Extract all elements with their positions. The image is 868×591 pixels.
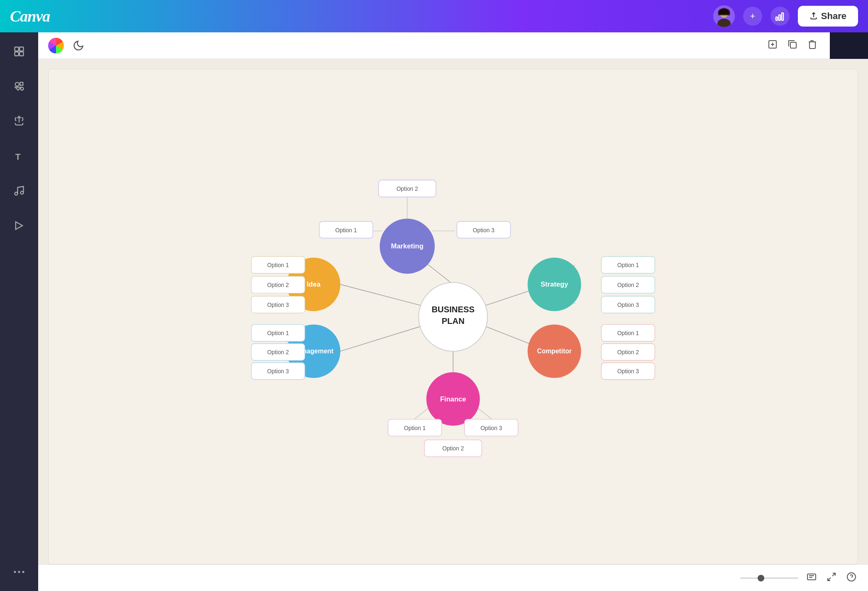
svg-text:Option 2: Option 2 bbox=[267, 282, 289, 288]
svg-text:Option 1: Option 1 bbox=[404, 424, 426, 431]
share-button[interactable]: Share bbox=[798, 6, 858, 27]
add-page-button[interactable] bbox=[765, 37, 780, 54]
fit-screen-button[interactable] bbox=[805, 570, 818, 586]
sidebar-item-elements[interactable] bbox=[8, 75, 30, 97]
svg-rect-9 bbox=[15, 52, 19, 56]
svg-point-12 bbox=[21, 87, 24, 90]
sidebar-item-video[interactable] bbox=[8, 215, 30, 236]
duplicate-button[interactable] bbox=[785, 37, 800, 54]
help-button[interactable] bbox=[845, 570, 858, 586]
svg-text:Option 2: Option 2 bbox=[442, 445, 464, 452]
svg-point-15 bbox=[15, 192, 18, 195]
add-button[interactable]: + bbox=[743, 7, 762, 26]
svg-text:Finance: Finance bbox=[440, 395, 466, 403]
svg-line-26 bbox=[340, 284, 420, 305]
sidebar-item-music[interactable] bbox=[8, 180, 30, 202]
stats-button[interactable] bbox=[770, 7, 790, 26]
svg-text:Option 3: Option 3 bbox=[617, 302, 639, 308]
sidebar: T bbox=[0, 32, 38, 591]
sidebar-item-text[interactable]: T bbox=[8, 145, 30, 167]
svg-line-78 bbox=[832, 573, 835, 576]
canva-logo: Canva bbox=[10, 7, 50, 25]
svg-rect-24 bbox=[790, 42, 796, 48]
color-palette-button[interactable] bbox=[48, 38, 64, 54]
svg-text:T: T bbox=[15, 152, 21, 161]
svg-point-19 bbox=[18, 571, 20, 573]
canvas-area[interactable]: BUSINESS PLAN Marketing Option 2 Option … bbox=[38, 59, 868, 591]
svg-point-16 bbox=[21, 191, 24, 194]
svg-text:Option 3: Option 3 bbox=[473, 226, 495, 233]
svg-rect-3 bbox=[776, 17, 778, 20]
svg-text:Option 1: Option 1 bbox=[335, 226, 357, 233]
svg-text:Option 1: Option 1 bbox=[267, 262, 289, 268]
zoom-control[interactable] bbox=[740, 577, 798, 579]
topbar: Canva + S bbox=[0, 0, 868, 32]
toolbar bbox=[38, 32, 830, 59]
bottombar bbox=[38, 564, 868, 591]
svg-marker-17 bbox=[16, 222, 22, 230]
svg-rect-7 bbox=[15, 47, 19, 51]
user-avatar[interactable] bbox=[713, 5, 735, 27]
svg-rect-5 bbox=[782, 13, 783, 20]
svg-text:Option 2: Option 2 bbox=[617, 282, 639, 288]
svg-text:Option 3: Option 3 bbox=[480, 424, 502, 431]
sidebar-item-more[interactable] bbox=[8, 561, 30, 583]
canvas-inner: BUSINESS PLAN Marketing Option 2 Option … bbox=[48, 69, 858, 564]
main-layout: T bbox=[0, 32, 868, 591]
svg-text:Option 3: Option 3 bbox=[617, 368, 639, 375]
svg-rect-8 bbox=[20, 47, 23, 51]
svg-point-11 bbox=[15, 83, 19, 86]
theme-button[interactable] bbox=[71, 38, 86, 54]
svg-text:PLAN: PLAN bbox=[441, 316, 464, 325]
svg-text:Option 3: Option 3 bbox=[267, 368, 289, 375]
delete-button[interactable] bbox=[805, 37, 820, 54]
svg-text:Option 1: Option 1 bbox=[617, 262, 639, 268]
svg-text:Marketing: Marketing bbox=[391, 242, 423, 250]
zoom-slider[interactable] bbox=[740, 577, 798, 579]
mindmap-diagram: BUSINESS PLAN Marketing Option 2 Option … bbox=[233, 172, 673, 462]
svg-point-18 bbox=[14, 571, 16, 573]
svg-rect-10 bbox=[20, 52, 23, 56]
svg-line-79 bbox=[828, 578, 831, 581]
svg-text:Option 3: Option 3 bbox=[267, 302, 289, 308]
fullscreen-button[interactable] bbox=[825, 570, 838, 586]
svg-rect-4 bbox=[779, 15, 780, 20]
svg-text:Option 2: Option 2 bbox=[617, 349, 639, 355]
svg-text:Option 2: Option 2 bbox=[396, 185, 418, 192]
svg-text:Strategy: Strategy bbox=[541, 280, 568, 288]
svg-text:Competitor: Competitor bbox=[537, 348, 571, 355]
svg-point-20 bbox=[22, 571, 24, 573]
svg-line-28 bbox=[340, 326, 420, 351]
svg-text:Option 1: Option 1 bbox=[617, 330, 639, 336]
sidebar-item-layout[interactable] bbox=[8, 41, 30, 62]
svg-text:Option 2: Option 2 bbox=[267, 349, 289, 355]
sidebar-item-upload[interactable] bbox=[8, 110, 30, 132]
svg-text:BUSINESS: BUSINESS bbox=[432, 304, 475, 314]
svg-text:Idea: Idea bbox=[307, 280, 321, 288]
svg-text:Option 1: Option 1 bbox=[267, 330, 289, 336]
